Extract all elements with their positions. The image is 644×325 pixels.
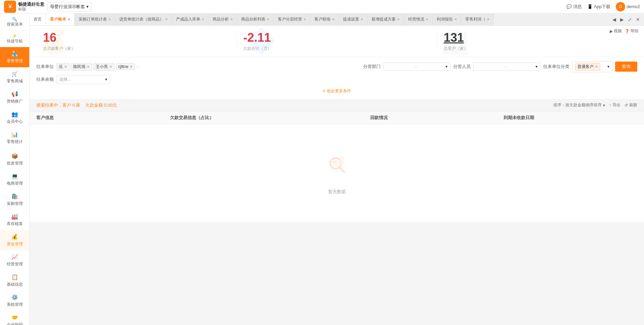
sidebar-item-finance[interactable]: 💰 资金管理 [0,230,29,250]
chevron-down-category: ▾ [607,64,609,69]
tab-new-raise[interactable]: 新增提成方案 ✕ [368,13,404,26]
tab-close-purchase-stats[interactable]: ✕ [165,17,168,21]
sort-select[interactable]: 排序：按欠款金额倒序排序 ▾ [553,102,605,108]
user-profile[interactable]: D demo2 [616,2,640,11]
video-link[interactable]: ▶ 视频 [610,28,622,34]
tab-close-customer-book[interactable]: ✕ [68,17,70,21]
tab-customer-book[interactable]: 客户账本 ✕ [46,13,75,26]
sidebar-item-inventory[interactable]: 🏭 库存核算 [0,210,29,230]
filter-tag-wu[interactable]: 伍 ✕ [56,63,70,71]
tab-product-analysis-list[interactable]: 商品分析列表 ✕ [237,13,274,26]
dept-select[interactable]: ··· ▾ [383,63,450,71]
tab-close-raise-settings[interactable]: ✕ [360,17,363,21]
tab-profit-report[interactable]: 利润报告 ✕ [433,13,461,26]
person-select[interactable]: ··· ▾ [473,63,541,71]
filter-row-1: 往来单位 伍 ✕ 陈民强 ✕ 王小亮 ✕ [36,61,637,72]
sidebar-item-batch-mgmt[interactable]: 📦 批发管理 [0,149,29,170]
tab-close-product-instock[interactable]: ✕ [202,17,204,21]
tab-scroll-left[interactable]: ◀ [611,16,617,23]
tabbar: 首页 客户账本 ✕ 采购订单统计表 ✕ 进货单统计表（按商品） ✕ 产成品入库单… [30,13,644,26]
svg-point-3 [334,161,338,166]
tab-raise-settings[interactable]: 提成设置 ✕ [339,13,368,26]
batch-icon: 📦 [11,153,18,159]
logo-area: ¥ 畅捷通好生意 标版 [4,1,44,13]
message-button[interactable]: 💬 消息 [566,4,582,10]
tab-close-customer-contact[interactable]: ✕ [332,17,335,21]
logo-icon: ¥ [4,1,16,13]
collapse-button[interactable]: ∧ 收起更多条件 [323,87,351,95]
topbar-right: 💬 消息 📱 App下载 D demo2 [566,2,640,11]
tab-expand[interactable]: ⤢ [627,16,633,23]
sidebar-item-basic-info[interactable]: 📋 基础信息 [0,270,29,291]
sidebar: 🔍 搜索菜单 ⚡ 快捷导航 🏪 零售管理 🛒 零售商城 📢 营销推广 👥 会员中… [0,13,30,325]
results-bar: 搜索结果中，客户 0 家 欠款金额 0.00元 排序：按欠款金额倒序排序 ▾ ↑… [30,100,644,111]
empty-text: 暂无数据 [328,189,346,195]
table-col-customer-info: 客户信息 [36,115,170,121]
sidebar-item-marketing[interactable]: 📢 营销推广 [0,87,29,108]
tab-operation[interactable]: 经营情况 ✕ [404,13,433,26]
tab-close-retail-profit[interactable]: ✕ [487,17,489,21]
unit-category-select[interactable]: 普通客户 ✕ ▾ [572,61,612,72]
tab-close-operation[interactable]: ✕ [426,17,428,21]
table-header: 客户信息 欠款交易信息（占比） 回款情况 到期未收款日期 [30,111,644,124]
query-button[interactable]: 查询 [615,62,637,72]
balance-select[interactable]: 选择... ▾ [56,75,110,84]
sidebar-item-ecommerce[interactable]: 💻 电商管理 [0,170,29,190]
table-col-repay: 回款情况 [370,115,504,121]
tab-purchase-stats[interactable]: 进货单统计表（按商品） ✕ [115,13,172,26]
sidebar-item-retail-store[interactable]: 🛒 零售商城 [0,67,29,87]
sidebar-quick-nav[interactable]: ⚡ 快捷导航 [0,31,29,47]
results-info: 搜索结果中，客户 0 家 欠款金额 0.00元 [36,102,117,108]
tab-scroll-right[interactable]: ▶ [619,16,625,23]
export-button[interactable]: ↑ 导出 [609,102,620,108]
sidebar-item-system[interactable]: ⚙️ 系统管理 [0,291,29,311]
filter-tag-chen[interactable]: 陈民强 ✕ [71,63,92,71]
sidebar-item-retail-stats[interactable]: 📊 零售统计 [0,128,29,148]
sidebar-item-retail-mgmt[interactable]: 🏪 零售管理 [0,47,29,67]
basic-info-icon: 📋 [11,274,18,280]
tab-close-customer-tier[interactable]: ✕ [303,17,306,21]
balance-filter-label: 往来余额 [36,76,54,82]
tag-close-wang[interactable]: ✕ [109,65,112,69]
tag-close-wu[interactable]: ✕ [64,65,67,69]
tab-home[interactable]: 首页 [30,13,46,26]
filter-tag-cjttcw[interactable]: cjttcw ✕ [116,63,135,70]
tag-close-normal[interactable]: ✕ [595,65,598,69]
tab-product-instock[interactable]: 产成品入库单 ✕ [172,13,209,26]
tag-close-cjttcw[interactable]: ✕ [130,65,133,69]
refresh-button[interactable]: ↺ 刷新 [625,102,637,108]
tab-close-purchase-order[interactable]: ✕ [108,17,111,21]
table-container: 客户信息 欠款交易信息（占比） 回款情况 到期未收款日期 [30,111,644,222]
filter-more-tags[interactable]: ··· [136,64,140,69]
tab-close-new-raise[interactable]: ✕ [397,17,400,21]
tab-close-product-analysis-list[interactable]: ✕ [267,17,269,21]
stat-credit-customers: 💰 16 总欠款客户（家） [36,31,237,51]
sidebar-search[interactable]: 🔍 搜索菜单 [0,13,29,31]
tab-customer-tier[interactable]: 客户分层经营 ✕ [274,13,310,26]
marketing-icon: 📢 [11,91,18,97]
app-download-button[interactable]: 📱 App下载 [587,4,610,10]
tab-close-all[interactable]: ✕ [635,16,641,23]
tab-product-analysis[interactable]: 商品分析 ✕ [209,13,237,26]
tag-close-chen[interactable]: ✕ [87,65,90,69]
filter-tags-unit: 伍 ✕ 陈民强 ✕ 王小亮 ✕ cjttcw ✕ [56,63,360,71]
sidebar-item-member-center[interactable]: 👥 会员中心 [0,108,29,128]
sidebar-item-purchase[interactable]: 🛍️ 采购管理 [0,190,29,210]
chevron-down-sort: ▾ [603,103,605,108]
tab-retail-profit[interactable]: 零售利润（ ✕ [461,13,494,26]
tab-customer-contact[interactable]: 客户联络 ✕ [310,13,339,26]
help-link[interactable]: ❓ 帮助 [625,28,639,34]
app-icon: 📱 [587,4,593,9]
sidebar-item-enterprise-collab[interactable]: 🤝 企业协同 [0,311,29,325]
tab-purchase-order[interactable]: 采购订单统计表 ✕ [75,13,115,26]
filter-tag-wang[interactable]: 王小亮 ✕ [93,63,115,71]
company-selector[interactable]: 母婴行业演示帐套 ▾ [47,2,92,11]
tab-close-product-analysis[interactable]: ✕ [230,17,233,21]
message-icon: 💬 [566,4,572,9]
tab-close-profit-report[interactable]: ✕ [454,17,457,21]
filter-tag-normal-customer[interactable]: 普通客户 ✕ [575,63,600,71]
sidebar-item-operations[interactable]: 📈 经营管理 [0,250,29,270]
export-icon: ↑ [609,103,611,108]
unit-category-label: 往来单位分类 [543,64,569,70]
help-icon: ❓ [625,29,630,34]
